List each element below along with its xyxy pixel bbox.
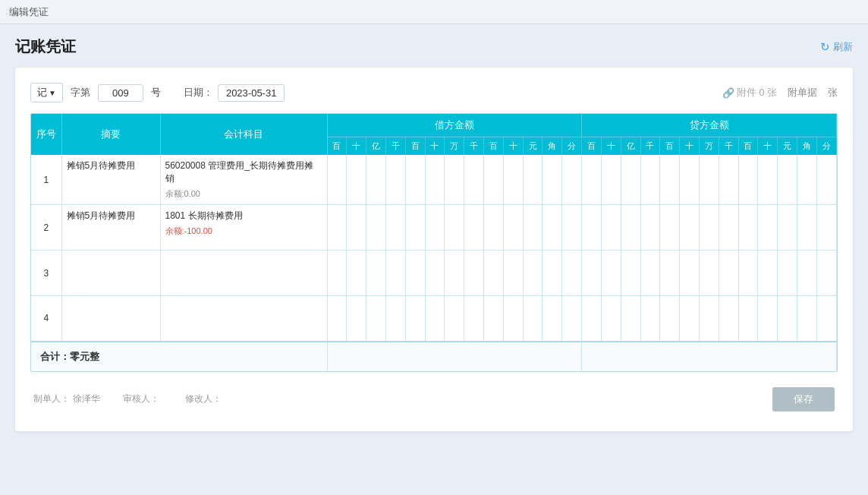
row-1-debit-0[interactable]: [327, 205, 347, 251]
row-0-account[interactable]: 56020008 管理费用_长期待摊费用摊销余额:0.00: [160, 155, 327, 205]
row-3-debit-10[interactable]: [523, 296, 542, 342]
row-3-credit-5[interactable]: [680, 296, 700, 342]
row-2-debit-11[interactable]: [542, 251, 562, 296]
row-1-credit-10[interactable]: [778, 205, 797, 251]
row-1-credit-11[interactable]: [797, 205, 817, 251]
row-0-debit-6[interactable]: [445, 155, 464, 205]
row-1-debit-10[interactable]: [523, 205, 542, 251]
row-2-debit-4[interactable]: [405, 251, 425, 296]
row-1-debit-12[interactable]: [562, 205, 582, 251]
row-0-debit-9[interactable]: [503, 155, 523, 205]
row-0-credit-7[interactable]: [719, 155, 738, 205]
row-1-credit-3[interactable]: [640, 205, 660, 251]
row-1-credit-6[interactable]: [699, 205, 719, 251]
row-3-credit-12[interactable]: [816, 296, 836, 342]
row-2-account[interactable]: [160, 251, 327, 296]
row-1-debit-6[interactable]: [445, 205, 464, 251]
row-2-debit-7[interactable]: [464, 251, 484, 296]
row-0-credit-10[interactable]: [778, 155, 797, 205]
row-1-debit-1[interactable]: [347, 205, 366, 251]
row-1-debit-7[interactable]: [464, 205, 484, 251]
row-0-debit-8[interactable]: [484, 155, 504, 205]
attachment-link[interactable]: 🔗 附件 0 张: [722, 86, 777, 99]
row-2-debit-12[interactable]: [562, 251, 582, 296]
row-3-credit-0[interactable]: [582, 296, 602, 342]
row-3-debit-6[interactable]: [445, 296, 464, 342]
row-0-debit-5[interactable]: [425, 155, 445, 205]
row-3-credit-9[interactable]: [758, 296, 778, 342]
row-1-debit-8[interactable]: [484, 205, 504, 251]
refresh-button[interactable]: ↻ 刷新: [820, 40, 853, 54]
row-2-debit-9[interactable]: [503, 251, 523, 296]
row-2-credit-5[interactable]: [680, 251, 700, 296]
row-2-credit-3[interactable]: [640, 251, 660, 296]
row-0-debit-10[interactable]: [523, 155, 542, 205]
row-3-debit-11[interactable]: [542, 296, 562, 342]
row-1-credit-4[interactable]: [660, 205, 680, 251]
row-0-credit-1[interactable]: [601, 155, 621, 205]
row-0-debit-7[interactable]: [464, 155, 484, 205]
row-3-credit-11[interactable]: [797, 296, 817, 342]
row-2-credit-11[interactable]: [797, 251, 817, 296]
row-0-credit-3[interactable]: [640, 155, 660, 205]
row-0-credit-8[interactable]: [738, 155, 758, 205]
voucher-type-dropdown[interactable]: 记 ▼: [30, 83, 63, 102]
row-3-debit-9[interactable]: [503, 296, 523, 342]
row-3-debit-1[interactable]: [347, 296, 366, 342]
row-3-credit-10[interactable]: [778, 296, 797, 342]
row-0-credit-9[interactable]: [758, 155, 778, 205]
row-0-credit-5[interactable]: [680, 155, 700, 205]
row-2-credit-12[interactable]: [816, 251, 836, 296]
row-2-credit-10[interactable]: [778, 251, 797, 296]
row-3-debit-2[interactable]: [366, 296, 386, 342]
row-1-debit-11[interactable]: [542, 205, 562, 251]
row-3-credit-7[interactable]: [719, 296, 738, 342]
row-2-debit-3[interactable]: [385, 251, 405, 296]
row-3-debit-8[interactable]: [484, 296, 504, 342]
row-3-credit-3[interactable]: [640, 296, 660, 342]
row-1-credit-7[interactable]: [719, 205, 738, 251]
row-2-debit-8[interactable]: [484, 251, 504, 296]
row-2-credit-0[interactable]: [582, 251, 602, 296]
row-1-account[interactable]: 1801 长期待摊费用余额:-100.00: [160, 205, 327, 251]
row-3-debit-5[interactable]: [425, 296, 445, 342]
row-3-debit-4[interactable]: [405, 296, 425, 342]
row-0-credit-0[interactable]: [582, 155, 602, 205]
row-2-credit-7[interactable]: [719, 251, 738, 296]
row-1-credit-12[interactable]: [816, 205, 836, 251]
row-1-debit-9[interactable]: [503, 205, 523, 251]
row-2-debit-10[interactable]: [523, 251, 542, 296]
row-0-credit-12[interactable]: [816, 155, 836, 205]
row-1-debit-2[interactable]: [366, 205, 386, 251]
row-3-debit-0[interactable]: [327, 296, 347, 342]
row-1-credit-2[interactable]: [621, 205, 640, 251]
row-2-credit-6[interactable]: [699, 251, 719, 296]
row-0-credit-2[interactable]: [621, 155, 640, 205]
row-1-credit-9[interactable]: [758, 205, 778, 251]
row-2-debit-2[interactable]: [366, 251, 386, 296]
row-3-summary[interactable]: [61, 296, 160, 342]
row-3-credit-2[interactable]: [621, 296, 640, 342]
row-2-credit-4[interactable]: [660, 251, 680, 296]
row-2-debit-6[interactable]: [445, 251, 464, 296]
row-0-debit-0[interactable]: [327, 155, 347, 205]
row-3-account[interactable]: [160, 296, 327, 342]
row-3-credit-1[interactable]: [601, 296, 621, 342]
row-3-credit-6[interactable]: [699, 296, 719, 342]
attach-single-label[interactable]: 附单据: [788, 86, 817, 99]
row-0-debit-4[interactable]: [405, 155, 425, 205]
row-0-credit-11[interactable]: [797, 155, 817, 205]
row-2-credit-2[interactable]: [621, 251, 640, 296]
row-0-summary[interactable]: 摊销5月待摊费用: [61, 155, 160, 205]
row-0-debit-12[interactable]: [562, 155, 582, 205]
row-3-debit-12[interactable]: [562, 296, 582, 342]
row-2-debit-1[interactable]: [347, 251, 366, 296]
row-1-credit-5[interactable]: [680, 205, 700, 251]
row-1-credit-1[interactable]: [601, 205, 621, 251]
row-1-summary[interactable]: 摊销5月待摊费用: [61, 205, 160, 251]
row-1-debit-5[interactable]: [425, 205, 445, 251]
save-button[interactable]: 保存: [772, 387, 835, 411]
row-0-credit-4[interactable]: [660, 155, 680, 205]
date-value-box[interactable]: 2023-05-31: [218, 84, 285, 102]
row-0-debit-3[interactable]: [385, 155, 405, 205]
